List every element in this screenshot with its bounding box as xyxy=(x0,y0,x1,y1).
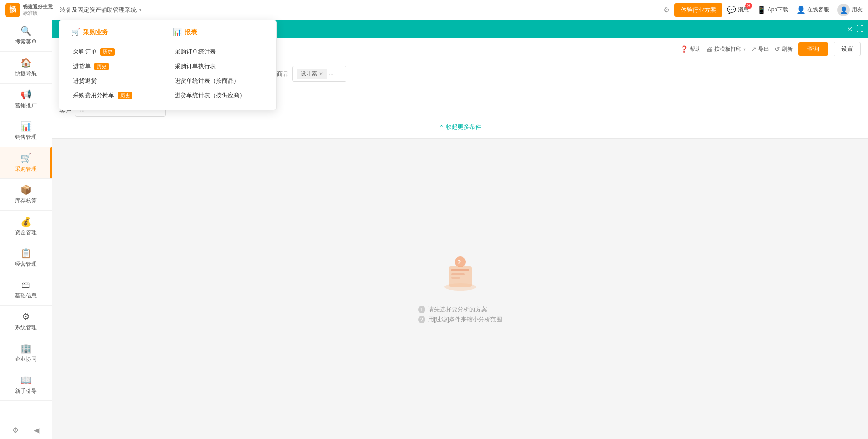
sidebar-item-search-label: 搜索菜单 xyxy=(15,38,37,46)
system-icon: ⚙ xyxy=(22,311,30,322)
refresh-icon: ↺ xyxy=(775,45,780,53)
tip-text-1: 请先选择要分析的方案 xyxy=(428,306,487,314)
tip-text-2: 用[过滤]条件来缩小分析范围 xyxy=(428,316,502,324)
sidebar-settings-btn[interactable]: ⚙ xyxy=(12,426,19,434)
menu-item-order-exec[interactable]: 采购订单执行表 xyxy=(173,59,265,74)
goods-tag-close[interactable]: ✕ xyxy=(319,71,323,77)
sidebar: 🔍 搜索菜单 🏠 快捷导航 📢 营销推广 📊 销售管理 🛒 采购管理 📦 库存核… xyxy=(0,20,52,439)
empty-illustration: ? xyxy=(438,253,483,298)
online-service-action[interactable]: 👤 在线客服 xyxy=(796,5,829,14)
help-label: 帮助 xyxy=(690,45,701,53)
message-icon: 💬 xyxy=(727,5,736,14)
svg-rect-2 xyxy=(451,269,469,271)
help-btn[interactable]: ❓ 帮助 xyxy=(680,45,701,53)
inventory-icon: 📦 xyxy=(20,184,32,195)
empty-tip-1: 1 请先选择要分析的方案 xyxy=(418,306,502,314)
phone-icon: 📱 xyxy=(757,5,766,14)
empty-state: ? 1 请先选择要分析的方案 2 用[过滤]条件来缩小分析范围 xyxy=(52,139,868,439)
svg-text:?: ? xyxy=(458,259,461,266)
sales-icon: 📊 xyxy=(20,121,32,132)
message-badge: 9 xyxy=(745,3,752,9)
user-label: 用友 xyxy=(852,6,863,14)
purchase-return-label: 进货退货 xyxy=(73,77,97,85)
collapse-label: 收起更多条件 xyxy=(446,123,481,131)
tab-close-all-icon[interactable]: ✕ xyxy=(847,25,853,34)
sidebar-item-operations[interactable]: 📋 经营管理 xyxy=(0,242,52,274)
sidebar-item-finance-label: 资金管理 xyxy=(15,229,37,237)
print-dropdown-icon: ▾ xyxy=(743,47,746,52)
menu-item-purchase-return[interactable]: 进货退货 xyxy=(71,74,163,88)
avatar: 👤 xyxy=(837,4,850,16)
purchase-order-label: 采购订单 xyxy=(73,48,97,56)
sidebar-item-finance[interactable]: 💰 资金管理 xyxy=(0,211,52,242)
print-icon: 🖨 xyxy=(706,45,712,53)
logo-area: 畅 畅捷通好生意 标准版 xyxy=(5,3,55,17)
system-name-text: 装备及固定资产辅助管理系统 xyxy=(60,6,137,14)
report-section-label: 报表 xyxy=(185,28,197,36)
message-action[interactable]: 💬 消息 9 xyxy=(727,5,749,14)
sidebar-item-system[interactable]: ⚙ 系统管理 xyxy=(0,306,52,337)
operations-icon: 📋 xyxy=(20,248,32,259)
svg-rect-4 xyxy=(451,277,460,279)
print-btn[interactable]: 🖨 按模板打印 ▾ xyxy=(706,45,746,53)
refresh-btn[interactable]: ↺ 刷新 xyxy=(775,45,793,53)
menu-item-purchase-order[interactable]: 采购订单 历史 xyxy=(71,44,163,59)
purchase-dropdown-menu: 🛒 采购业务 采购订单 历史 进货单 历史 进货退货 采购费用分摊单 历史 📊 … xyxy=(59,20,277,110)
top-header: 畅 畅捷通好生意 标准版 装备及固定资产辅助管理系统 ▾ ⚙ 体验行业方案 💬 … xyxy=(0,0,868,20)
user-action[interactable]: 👤 用友 xyxy=(837,4,863,16)
sidebar-item-search[interactable]: 🔍 搜索菜单 xyxy=(0,20,52,52)
menu-item-receipt-stats-supplier[interactable]: 进货单统计表（按供应商） xyxy=(173,88,265,103)
sidebar-collapse-btn[interactable]: ◀ xyxy=(34,426,39,434)
system-dropdown-arrow[interactable]: ▾ xyxy=(139,7,141,12)
menu-item-order-stats[interactable]: 采购订单统计表 xyxy=(173,44,265,59)
purchase-icon: 🛒 xyxy=(20,153,32,163)
sidebar-item-purchase[interactable]: 🛒 采购管理 xyxy=(0,147,52,179)
guide-icon: 📖 xyxy=(20,375,32,385)
app-download-action[interactable]: 📱 App下载 xyxy=(757,5,788,14)
sidebar-item-marketing-label: 营销推广 xyxy=(15,102,37,109)
industry-btn[interactable]: 体验行业方案 xyxy=(674,3,722,17)
app-download-label: App下载 xyxy=(768,6,788,14)
svg-rect-3 xyxy=(451,273,465,275)
tip-num-2: 2 xyxy=(418,316,425,323)
online-service-label: 在线客服 xyxy=(807,6,829,14)
goods-tag: 设计素 ✕ xyxy=(297,69,327,79)
enterprise-icon: 🏢 xyxy=(20,343,32,354)
menu-item-receipt-stats-goods[interactable]: 进货单统计表（按商品） xyxy=(173,74,265,88)
sidebar-item-operations-label: 经营管理 xyxy=(15,261,37,268)
goods-ellipsis[interactable]: ··· xyxy=(329,70,334,77)
menu-section-report-title: 📊 报表 xyxy=(173,28,265,39)
settings-icon[interactable]: ⚙ xyxy=(663,5,670,14)
sidebar-item-enterprise[interactable]: 🏢 企业协同 xyxy=(0,337,52,369)
order-stats-label: 采购订单统计表 xyxy=(175,48,216,56)
sidebar-item-marketing[interactable]: 📢 营销推广 xyxy=(0,84,52,115)
help-icon: ❓ xyxy=(680,45,688,53)
sidebar-item-inventory-label: 库存核算 xyxy=(15,197,37,205)
tab-expand-icon[interactable]: ⛶ xyxy=(856,25,863,33)
menu-column-business: 🛒 采购业务 采购订单 历史 进货单 历史 进货退货 采购费用分摊单 历史 xyxy=(67,28,168,103)
collapse-btn[interactable]: ⌃ 收起更多条件 xyxy=(59,121,861,133)
purchase-expense-history-badge: 历史 xyxy=(118,92,132,99)
order-exec-label: 采购订单执行表 xyxy=(175,62,216,70)
goods-filter-input[interactable]: 设计素 ✕ ··· xyxy=(292,66,346,82)
purchase-receipt-label: 进货单 xyxy=(73,62,91,70)
business-section-label: 采购业务 xyxy=(83,28,108,36)
sidebar-item-sales[interactable]: 📊 销售管理 xyxy=(0,115,52,147)
marketing-icon: 📢 xyxy=(20,89,32,100)
sidebar-item-inventory[interactable]: 📦 库存核算 xyxy=(0,179,52,211)
sidebar-item-shortcut[interactable]: 🏠 快捷导航 xyxy=(0,52,52,84)
service-icon: 👤 xyxy=(796,5,805,14)
menu-item-purchase-receipt[interactable]: 进货单 历史 xyxy=(71,59,163,74)
sidebar-item-guide[interactable]: 📖 新手引导 xyxy=(0,369,52,401)
home-icon: 🏠 xyxy=(20,57,32,68)
sidebar-item-basic[interactable]: 🗃 基础信息 xyxy=(0,274,52,306)
query-btn[interactable]: 查询 xyxy=(798,42,828,56)
basic-icon: 🗃 xyxy=(21,280,30,290)
sidebar-item-basic-label: 基础信息 xyxy=(15,292,37,300)
menu-item-purchase-expense[interactable]: 采购费用分摊单 历史 xyxy=(71,88,163,103)
goods-filter-label: 商品 xyxy=(277,70,288,78)
settings-btn[interactable]: 设置 xyxy=(834,42,861,56)
export-label: 导出 xyxy=(758,45,769,53)
sidebar-item-purchase-label: 采购管理 xyxy=(15,165,37,173)
export-btn[interactable]: ↗ 导出 xyxy=(751,45,769,53)
